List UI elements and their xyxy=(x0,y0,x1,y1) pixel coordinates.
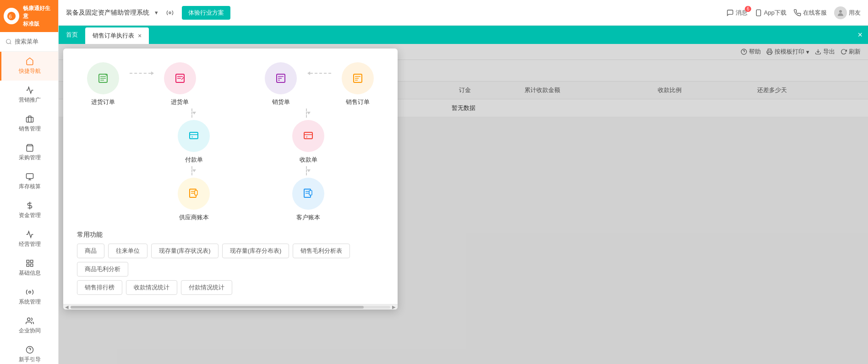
flow-item-supplier-book[interactable]: 供应商账本 xyxy=(164,178,224,222)
flow-popup: 进货订单 xyxy=(63,49,398,310)
search-area[interactable]: 搜索菜单 xyxy=(0,32,58,52)
common-btn-payment-stats[interactable]: 付款情况统计 xyxy=(181,280,232,295)
svg-point-56 xyxy=(186,185,202,202)
sidebar-item-purchase[interactable]: 采购管理 xyxy=(0,138,58,167)
sidebar-item-finance-label: 资金管理 xyxy=(19,212,41,219)
svg-point-20 xyxy=(839,10,842,13)
flow-circle-sale-order xyxy=(342,62,374,94)
common-btn-stock-dist[interactable]: 现存量(库存分布表) xyxy=(222,244,289,258)
search-menu-button[interactable]: 搜索菜单 xyxy=(4,36,55,48)
sidebar-item-marketing-label: 营销推广 xyxy=(19,96,41,104)
svg-rect-5 xyxy=(27,174,33,179)
system-title-dropdown[interactable]: ▾ xyxy=(155,9,158,16)
arrow-down-receipt-bill xyxy=(278,164,338,178)
sidebar-item-inventory-label: 库存核算 xyxy=(19,183,41,190)
sidebar-item-purchase-label: 采购管理 xyxy=(19,154,41,162)
flow-item-sale-order[interactable]: 销售订单 xyxy=(331,62,384,106)
flow-circle-sale-bill xyxy=(265,62,297,94)
svg-point-61 xyxy=(300,185,317,202)
svg-point-14 xyxy=(27,318,30,321)
flow-label-sale-order: 销售订单 xyxy=(346,98,370,106)
flow-circle-receipt-bill: ¥ xyxy=(292,120,324,152)
svg-rect-10 xyxy=(31,261,33,263)
sidebar-item-enterprise-label: 企业协同 xyxy=(19,327,41,335)
common-buttons-row2: 销售排行榜 收款情况统计 付款情况统计 xyxy=(77,280,384,295)
flow-item-receipt-bill[interactable]: ¥ 收款单 xyxy=(278,120,338,164)
flow-row-1: 进货订单 xyxy=(77,62,384,106)
flow-item-customer-book[interactable]: 客户账本 xyxy=(278,178,338,222)
scrollbar-right-arrow[interactable]: ▶ xyxy=(392,304,396,310)
common-buttons-row1: 商品 往来单位 现存量(库存状况表) 现存量(库存分布表) 销售毛利分析表 商品… xyxy=(77,244,384,277)
logo-text: 畅康通好生意 标准版 xyxy=(23,5,55,27)
sidebar-item-quicknav-label: 快捷导航 xyxy=(19,67,41,75)
svg-rect-18 xyxy=(756,10,760,16)
svg-rect-65 xyxy=(309,190,312,195)
sidebar-item-quicknav[interactable]: 快捷导航 xyxy=(0,52,58,81)
common-btn-sales-profit[interactable]: 销售毛利分析表 xyxy=(293,244,350,258)
flow-label-customer-book: 客户账本 xyxy=(296,213,320,222)
message-button[interactable]: 消息 6 xyxy=(726,9,748,17)
flow-arrows-down-row1 xyxy=(77,106,384,120)
common-btn-stock-status[interactable]: 现存量(库存状况表) xyxy=(151,244,218,258)
flow-item-sale-bill[interactable]: 销货单 xyxy=(255,62,307,106)
sidebar-item-system[interactable]: 系统管理 xyxy=(0,283,58,311)
trial-button[interactable]: 体验行业方案 xyxy=(182,6,230,20)
scrollbar-thumb[interactable] xyxy=(71,306,364,309)
scrollbar-left-arrow[interactable]: ◀ xyxy=(65,304,69,310)
sidebar: 6 畅康通好生意 标准版 搜索菜单 快捷导航 营销推广 xyxy=(0,0,59,364)
svg-point-2 xyxy=(6,39,11,43)
flow-diagram: 进货订单 xyxy=(77,62,384,222)
search-label: 搜索菜单 xyxy=(15,38,38,46)
flow-label-receipt-bill: 收款单 xyxy=(300,156,317,164)
sidebar-item-operations-label: 经营管理 xyxy=(19,240,41,248)
tabbar-close-all-button[interactable]: × xyxy=(857,30,863,40)
common-btn-product-profit[interactable]: 商品毛利分析 xyxy=(77,262,128,277)
sidebar-item-finance[interactable]: 资金管理 xyxy=(0,196,58,225)
flow-row-3: 供应商账本 客户账本 xyxy=(77,178,384,222)
tab-close-button[interactable]: × xyxy=(138,32,142,39)
sidebar-item-operations[interactable]: 经营管理 xyxy=(0,225,58,254)
content-area: 帮助 按模板打印 ▾ 导出 刷新 xyxy=(59,44,868,364)
common-btn-sales-rank[interactable]: 销售排行榜 xyxy=(77,280,122,295)
common-functions: 常用功能 商品 往来单位 现存量(库存状况表) 现存量(库存分布表) 销售毛利分… xyxy=(77,231,384,295)
flow-label-purchase-bill: 进货单 xyxy=(171,98,189,106)
svg-point-48 xyxy=(186,128,202,144)
sidebar-item-enterprise[interactable]: 企业协同 xyxy=(0,311,58,340)
sidebar-item-newbie[interactable]: 新手引导 xyxy=(0,340,58,364)
flow-label-sale-bill: 销货单 xyxy=(272,98,290,106)
flow-label-supplier-book: 供应商账本 xyxy=(179,213,209,222)
sidebar-item-sales[interactable]: 销售管理 xyxy=(0,109,58,138)
popup-overlay[interactable]: 进货订单 xyxy=(59,44,868,364)
tab-sales-order-label: 销售订单执行表 xyxy=(93,32,134,40)
flow-circle-purchase-order xyxy=(87,62,119,94)
flow-row-2: ¥ 付款单 ¥ xyxy=(77,120,384,164)
flow-item-purchase-bill[interactable]: 进货单 xyxy=(154,62,207,106)
logo-area: 6 畅康通好生意 标准版 xyxy=(0,0,58,32)
sidebar-item-sales-label: 销售管理 xyxy=(19,125,41,133)
app-download-label: App下载 xyxy=(764,9,786,17)
sidebar-item-basic-info[interactable]: 基础信息 xyxy=(0,254,58,283)
arrow-down-sale-bill xyxy=(278,106,338,120)
sidebar-item-newbie-label: 新手引导 xyxy=(19,356,41,364)
arrow-sale-order-to-bill xyxy=(307,62,332,75)
tab-sales-order[interactable]: 销售订单执行表 × xyxy=(85,27,149,44)
online-service-button[interactable]: 在线客服 xyxy=(794,9,827,17)
common-btn-product[interactable]: 商品 xyxy=(77,244,104,258)
flow-circle-supplier-book xyxy=(178,178,210,210)
flow-item-purchase-order[interactable]: 进货订单 xyxy=(77,62,130,106)
settings-button[interactable] xyxy=(164,6,176,19)
flow-item-payment-bill[interactable]: ¥ 付款单 xyxy=(164,120,224,164)
logo-icon: 6 xyxy=(4,8,19,24)
popup-scrollbar[interactable]: ◀ ▶ xyxy=(63,304,398,310)
sidebar-item-inventory[interactable]: 库存核算 xyxy=(0,167,58,196)
common-btn-receipt-stats[interactable]: 收款情况统计 xyxy=(126,280,177,295)
common-btn-counterparty[interactable]: 往来单位 xyxy=(108,244,147,258)
app-download-button[interactable]: App下载 xyxy=(755,9,786,17)
svg-rect-3 xyxy=(27,118,33,123)
user-avatar-area[interactable]: 用友 xyxy=(834,6,861,19)
topbar: 装备及固定资产辅助管理系统 ▾ 体验行业方案 消息 6 App下载 xyxy=(59,0,868,26)
scrollbar-track[interactable] xyxy=(71,306,390,309)
common-functions-title: 常用功能 xyxy=(77,231,384,239)
tab-home[interactable]: 首页 xyxy=(59,26,85,44)
sidebar-item-marketing[interactable]: 营销推广 xyxy=(0,81,58,109)
